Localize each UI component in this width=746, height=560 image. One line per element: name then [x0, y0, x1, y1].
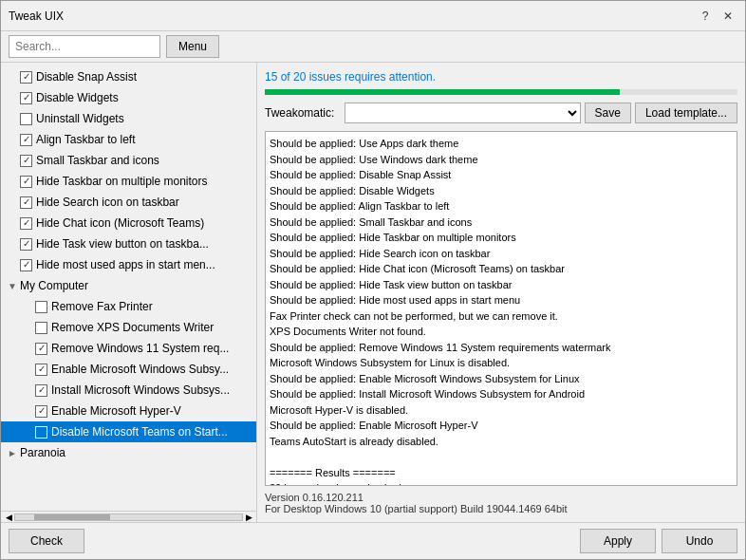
scroll-thumb[interactable]: [34, 514, 110, 520]
tree-item-hide-chat-icon[interactable]: Hide Chat icon (Microsoft Teams): [1, 213, 256, 233]
tree-label: Remove Windows 11 System req...: [51, 342, 229, 355]
tree-label: Disable Microsoft Teams on Start...: [51, 425, 228, 439]
tree-item-hide-most-used[interactable]: Hide most used apps in start men...: [1, 254, 256, 275]
tree-item-disable-teams[interactable]: Disable Microsoft Teams on Start...: [1, 421, 256, 442]
scroll-left-btn[interactable]: ◀: [3, 512, 14, 523]
log-line: Should be applied: Hide Chat icon (Micro…: [270, 261, 733, 277]
log-line: Microsoft Hyper-V is disabled.: [270, 402, 733, 419]
tweakomatic-row: Tweakomatic: Save Load template...: [265, 103, 737, 123]
undo-button[interactable]: Undo: [662, 529, 737, 553]
group-paranoia[interactable]: ► Paranoia: [1, 442, 256, 463]
tree-item-small-taskbar[interactable]: Small Taskbar and icons: [1, 150, 256, 171]
window-title: Tweak UIX: [9, 9, 64, 23]
tree-label: Hide Chat icon (Microsoft Teams): [36, 216, 204, 230]
close-button[interactable]: ✕: [718, 7, 737, 26]
right-panel: 15 of 20 issues requires attention. Twea…: [257, 63, 745, 522]
log-line: Should be applied: Disable Snap Assist: [270, 167, 733, 183]
checkbox-align-taskbar[interactable]: [20, 134, 32, 146]
tree-item-remove-xps[interactable]: Remove XPS Documents Writer: [1, 317, 256, 338]
progress-bar: [265, 89, 737, 95]
checkbox-remove-fax[interactable]: [35, 301, 47, 313]
tree-item-remove-windows-sys[interactable]: Remove Windows 11 System req...: [1, 338, 256, 359]
checkbox-disable-teams[interactable]: [35, 426, 47, 439]
horizontal-scrollbar[interactable]: ◀ ▶: [1, 511, 256, 522]
tree-label: Disable Widgets: [36, 91, 119, 104]
checkbox-enable-wsl-linux[interactable]: [35, 364, 47, 376]
log-line: Fax Printer check can not be performed, …: [270, 308, 733, 325]
help-button[interactable]: ?: [696, 7, 715, 26]
tree-item-enable-wsl-linux[interactable]: Enable Microsoft Windows Subsy...: [1, 359, 256, 380]
bottom-left: Check: [9, 529, 84, 553]
progress-fill: [265, 89, 620, 95]
log-line: [270, 449, 733, 465]
log-line: Should be applied: Hide most used apps i…: [270, 292, 733, 308]
checkbox-remove-windows-sys[interactable]: [35, 343, 47, 355]
log-line: ======= Results =======: [270, 465, 733, 481]
menu-button[interactable]: Menu: [166, 35, 219, 58]
tree-item-disable-snap-assist[interactable]: Disable Snap Assist: [1, 66, 256, 87]
bottom-right: Apply Undo: [580, 529, 737, 553]
checkbox-hide-chat-icon[interactable]: [20, 217, 32, 230]
checkbox-remove-xps[interactable]: [35, 322, 47, 334]
toolbar: Menu: [1, 31, 745, 63]
log-line: Microsoft Windows Subsystem for Linux is…: [270, 355, 733, 371]
tree-label: Remove XPS Documents Writer: [51, 321, 214, 334]
tree-label: Enable Microsoft Windows Subsy...: [51, 363, 229, 376]
scroll-right-btn[interactable]: ▶: [243, 512, 254, 523]
log-line: XPS Documents Writer not found.: [270, 324, 733, 340]
tree-item-uninstall-widgets[interactable]: Uninstall Widgets: [1, 108, 256, 129]
tree-label: Align Taskbar to left: [36, 133, 136, 146]
log-line: Teams AutoStart is already disabled.: [270, 434, 733, 450]
group-my-computer[interactable]: ▼ My Computer: [1, 275, 256, 296]
checkbox-hide-taskbar-multiple[interactable]: [20, 176, 32, 188]
tree-item-hide-task-view[interactable]: Hide Task view button on taskba...: [1, 233, 256, 254]
expander-my-computer[interactable]: ▼: [5, 278, 20, 293]
checkbox-enable-hyper-v[interactable]: [35, 405, 47, 418]
log-line: Should be applied: Hide Search icon on t…: [270, 246, 733, 262]
check-button[interactable]: Check: [9, 529, 84, 553]
tree-item-disable-widgets[interactable]: Disable Widgets: [1, 87, 256, 108]
checkbox-hide-search-icon[interactable]: [20, 196, 32, 209]
log-line: Should be applied: Small Taskbar and ico…: [270, 215, 733, 231]
group-label-paranoia: Paranoia: [20, 446, 65, 459]
tree-label: Disable Snap Assist: [36, 70, 137, 84]
tree-item-enable-hyper-v[interactable]: Enable Microsoft Hyper-V: [1, 401, 256, 421]
checkbox-disable-snap-assist[interactable]: [20, 71, 32, 84]
tree-label: Remove Fax Printer: [51, 300, 153, 313]
tree-item-hide-search-icon[interactable]: Hide Search icon on taskbar: [1, 192, 256, 213]
expander-paranoia[interactable]: ►: [5, 445, 20, 460]
tree-label: Uninstall Widgets: [36, 112, 124, 125]
apply-button[interactable]: Apply: [580, 529, 656, 553]
checkbox-uninstall-widgets[interactable]: [20, 113, 32, 125]
tweakomatic-select[interactable]: [345, 103, 581, 123]
checkbox-disable-widgets[interactable]: [20, 92, 32, 104]
load-template-button[interactable]: Load template...: [635, 103, 737, 123]
tree-container[interactable]: Disable Snap Assist Disable Widgets Unin…: [1, 63, 256, 511]
titlebar: Tweak UIX ? ✕: [1, 1, 745, 31]
tree-item-hide-taskbar-multiple[interactable]: Hide Taskbar on multiple monitors: [1, 171, 256, 192]
log-line: 20 issues has been checked.: [270, 480, 733, 486]
search-input[interactable]: [9, 35, 160, 58]
tree-item-remove-fax[interactable]: Remove Fax Printer: [1, 296, 256, 317]
tree-label: Hide Taskbar on multiple monitors: [36, 175, 208, 188]
main-window: Tweak UIX ? ✕ Menu Disable Snap Assist D…: [0, 0, 746, 560]
tree-item-align-taskbar[interactable]: Align Taskbar to left: [1, 129, 256, 150]
checkbox-hide-most-used[interactable]: [20, 259, 32, 271]
log-area[interactable]: Should be applied: Use Apps dark theme S…: [265, 131, 737, 486]
tree-label: Hide Search icon on taskbar: [36, 196, 179, 209]
log-line: Should be applied: Disable Widgets: [270, 183, 733, 199]
log-line: Should be applied: Install Microsoft Win…: [270, 386, 733, 402]
scroll-track[interactable]: [14, 513, 243, 521]
bottom-bar: Check Apply Undo: [1, 522, 745, 559]
log-line: Should be applied: Use Apps dark theme: [270, 136, 733, 152]
log-line: Should be applied: Use Windows dark them…: [270, 152, 733, 168]
tree-label: Hide Task view button on taskba...: [36, 237, 209, 251]
build-info-text: For Desktop Windows 10 (partial support)…: [265, 503, 737, 514]
save-button[interactable]: Save: [585, 103, 631, 123]
checkbox-small-taskbar[interactable]: [20, 155, 32, 167]
tree-label: Enable Microsoft Hyper-V: [51, 404, 181, 418]
checkbox-hide-task-view[interactable]: [20, 238, 32, 251]
tree-item-install-wsl-android[interactable]: Install Microsoft Windows Subsys...: [1, 380, 256, 401]
checkbox-install-wsl-android[interactable]: [35, 384, 47, 397]
version-text: Version 0.16.120.211: [265, 492, 737, 503]
